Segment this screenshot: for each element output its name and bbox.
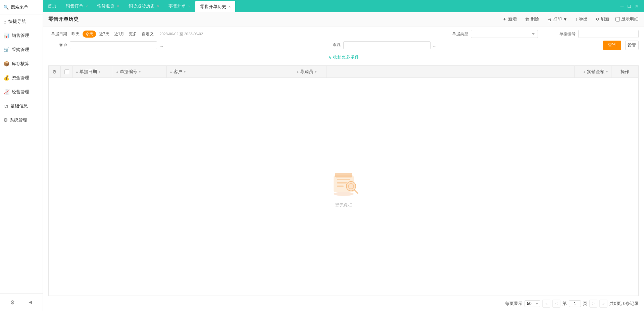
add-icon: ＋ [502,16,507,22]
window-controls: ─ □ ✕ [615,3,644,9]
sidebar-item-basics[interactable]: 🗂 基础信息 [0,99,43,113]
th-docno-label: 单据编号 [120,69,137,75]
sidebar-footer: ⚙ ◄ [0,293,43,311]
delete-button[interactable]: 🗑 删除 [523,15,541,23]
tab-retail-history-label: 零售开单历史 [200,4,226,10]
query-label: 查询 [608,42,616,48]
export-button[interactable]: ↑ 导出 [574,15,590,23]
column-settings-icon[interactable]: ⚙ [51,66,58,77]
th-date[interactable]: ▲ 单据日期 ▼ [73,66,113,77]
th-settings[interactable]: ⚙ [49,66,61,77]
sort-up-icon: ▲ [116,70,119,73]
customer-input[interactable] [70,41,157,49]
refresh-icon: ↻ [596,17,599,22]
doc-no-input[interactable] [578,30,639,38]
date-range-text: 2023-06-02 至 2023-06-02 [159,32,203,37]
tab-retail-open[interactable]: 零售开单 × [164,0,195,12]
sidebar-item-operations[interactable]: 📈 经营管理 [0,85,43,99]
date-btn-custom[interactable]: 自定义 [140,31,155,38]
page-number-input[interactable] [569,300,581,307]
delete-label: 删除 [531,16,539,22]
tab-sales-return-history-close[interactable]: × [157,4,159,8]
first-page-button[interactable]: « [542,300,550,308]
query-button[interactable]: 查询 [603,41,621,50]
table-body: 暂无数据 [48,77,639,296]
filter-row-date: 单据日期 昨天 今天 近7天 近1月 更多 自定义 2023-06-02 至 2… [48,30,639,38]
svg-rect-3 [337,179,350,180]
sort-down-icon: ▼ [98,70,101,73]
last-page-button[interactable]: » [599,300,607,308]
tab-sales-return-close[interactable]: × [117,4,119,8]
content-area: 零售开单历史 ＋ 新增 🗑 删除 🖨 打印 ▼ ↑ 导出 ↻ 刷新 [43,12,644,311]
th-checkbox[interactable] [61,66,73,77]
print-button[interactable]: 🖨 打印 ▼ [545,15,569,23]
th-amount[interactable]: ▲ 实销金额 ▼ [575,66,611,77]
sidebar-search[interactable]: 🔍 搜索采单 [0,0,43,14]
th-actions-label: 操作 [621,69,629,75]
prev-page-button[interactable]: < [552,300,560,308]
svg-rect-4 [337,182,347,184]
system-icon: ⚙ [3,117,8,123]
filter-settings-button[interactable]: 设置 [625,41,639,50]
add-button[interactable]: ＋ 新增 [500,15,519,23]
tab-home[interactable]: 首页 [43,0,61,12]
display-toggle-checkbox[interactable] [615,17,620,21]
date-btn-last-month[interactable]: 近1月 [112,31,126,38]
tab-sales-order-close[interactable]: × [86,4,88,8]
tab-home-label: 首页 [48,3,56,9]
sidebar-item-system[interactable]: ⚙ 系统管理 [0,113,43,127]
sidebar-item-finance[interactable]: 💰 资金管理 [0,71,43,85]
finance-icon: 💰 [3,75,10,81]
refresh-button[interactable]: ↻ 刷新 [594,15,611,23]
sidebar-collapse-button[interactable]: ◄ [25,297,36,308]
sort-down-icon: ▼ [605,70,608,73]
collapse-filter-button[interactable]: ∧ 收起更多条件 [48,53,639,63]
empty-text: 暂无数据 [335,202,352,208]
date-btn-today[interactable]: 今天 [83,31,96,38]
filter-row-customer: 客户 ... 商品 ... 查询 设置 [48,41,639,50]
sidebar-item-sales-mgmt[interactable]: 📊 销售管理 [0,29,43,43]
add-label: 新增 [508,16,517,22]
sidebar-search-label: 搜索采单 [11,4,28,10]
total-text: 共0页, 0条记录 [609,301,639,307]
doc-type-select[interactable] [471,30,538,38]
print-label: 打印 [553,16,562,22]
date-btn-yesterday[interactable]: 昨天 [70,31,81,38]
page-title: 零售开单历史 [48,16,496,22]
tab-retail-history-close[interactable]: × [229,5,231,9]
minimize-icon[interactable]: ─ [621,3,624,9]
pagination: 每页显示 50 10 20 100 « < 第 页 > » 共0页, 0条记录 [43,296,644,311]
customer-ellipsis[interactable]: ... [160,43,163,48]
collapse-icon: ∧ [328,55,332,60]
sidebar-settings-button[interactable]: ⚙ [7,297,18,308]
svg-rect-2 [335,173,352,177]
sidebar-item-quick-nav[interactable]: ⌂ 快捷导航 [0,14,43,29]
th-guide[interactable]: ▲ 导购员 ▼ [293,66,327,77]
sidebar-item-inventory[interactable]: 📦 库存核算 [0,57,43,71]
tab-retail-open-close[interactable]: × [188,4,190,8]
date-btn-last7[interactable]: 近7天 [97,31,111,38]
sidebar-item-purchase-mgmt[interactable]: 🛒 采购管理 [0,43,43,57]
per-page-select[interactable]: 50 10 20 100 [525,300,540,307]
tab-sales-order[interactable]: 销售订单 × [61,0,92,12]
doc-type-label: 单据类型 [449,31,468,37]
close-icon[interactable]: ✕ [635,3,639,9]
tab-retail-history[interactable]: 零售开单历史 × [195,1,235,13]
sidebar-item-label: 基础信息 [10,103,28,109]
tab-sales-return-history[interactable]: 销货退货历史 × [124,0,164,12]
sidebar-item-label: 资金管理 [12,75,29,81]
display-toggle[interactable]: 显示明细 [615,16,639,22]
goods-input[interactable] [343,41,431,49]
next-page-button[interactable]: > [589,300,597,308]
display-toggle-label: 显示明细 [621,16,639,22]
restore-icon[interactable]: □ [628,3,631,9]
date-btn-more[interactable]: 更多 [127,31,139,38]
tab-sales-return[interactable]: 销货退货 × [92,0,123,12]
select-all-checkbox[interactable] [64,69,69,74]
basics-icon: 🗂 [3,103,8,109]
th-customer[interactable]: ▲ 客户 ▼ [167,66,293,77]
goods-ellipsis[interactable]: ... [433,43,437,48]
sales-icon: 📊 [3,33,10,39]
sidebar-item-label: 快捷导航 [8,18,26,24]
th-docno[interactable]: ▲ 单据编号 ▼ [113,66,167,77]
